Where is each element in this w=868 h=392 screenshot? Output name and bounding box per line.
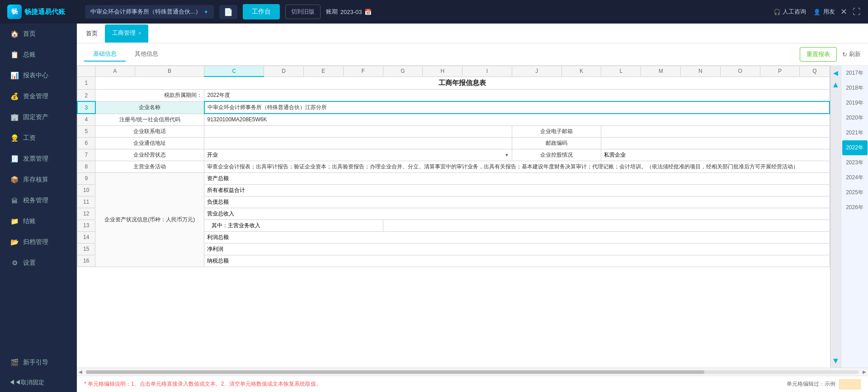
sidebar-item-assets[interactable]: 🏢 固定资产	[0, 107, 77, 128]
sidebar-label-guide: 新手引导	[23, 359, 48, 367]
support-button[interactable]: 🎧 人工咨询	[774, 8, 806, 16]
closing-icon: 📁	[10, 217, 19, 225]
cell-edited-label: 单元格编辑过：示例	[787, 380, 835, 388]
sidebar-item-invoice[interactable]: 🧾 发票管理	[0, 148, 77, 169]
company-dropdown-arrow: ▼	[204, 10, 208, 14]
sidebar-label-finance: 资金管理	[23, 92, 48, 100]
user-avatar-icon: 👤	[813, 9, 821, 15]
scroll-thumb-h[interactable]	[86, 370, 704, 374]
scroll-up-arrow[interactable]: ◀	[833, 69, 838, 76]
year-2026[interactable]: 2026年	[842, 200, 868, 215]
col-p[interactable]: P	[760, 66, 800, 77]
assets-icon: 🏢	[10, 113, 19, 121]
col-q[interactable]: Q	[800, 66, 830, 77]
table-row: 8 主营业务活动 审查企业会计报表；出具审计报告；验证企业资本；出具验资报告；办…	[77, 161, 830, 172]
company-selector[interactable]: 中审众环会计师事务所（特殊普通合伙...） ▼	[85, 5, 214, 19]
col-f[interactable]: F	[343, 66, 383, 77]
reset-report-button[interactable]: 重置报表	[800, 47, 837, 62]
col-a[interactable]: A	[95, 66, 135, 77]
col-h[interactable]: H	[423, 66, 462, 77]
sidebar-item-home[interactable]: 🏠 首页	[0, 24, 77, 44]
table-row: 6 企业通信地址 邮政编码	[77, 137, 830, 149]
calendar-icon[interactable]: 📅	[364, 9, 372, 15]
top-header: 畅 畅捷通易代账 中审众环会计师事务所（特殊普通合伙...） ▼ 📄 工作台 切…	[0, 0, 868, 24]
status-bar: * 单元格编辑说明：1、点击单元格直接录入数值或文本。2、清空单元格数值或文本恢…	[77, 376, 868, 392]
spreadsheet-wrapper: A B C D E F G H I J K L M	[77, 66, 868, 368]
col-c[interactable]: C	[204, 66, 264, 77]
close-window-button[interactable]: ✕	[840, 7, 847, 17]
dropdown-arrow-status: ▼	[505, 153, 509, 158]
col-j[interactable]: J	[512, 66, 561, 77]
sidebar-item-reports[interactable]: 📊 报表中心	[0, 65, 77, 86]
settings-icon: ⚙	[10, 259, 19, 267]
old-version-button[interactable]: 切到旧版	[285, 5, 321, 19]
support-label: 人工咨询	[783, 8, 806, 16]
refresh-button[interactable]: ↻ 刷新	[842, 50, 861, 58]
col-m[interactable]: M	[641, 66, 681, 77]
scroll-top-arrow[interactable]: ▲	[832, 80, 840, 90]
sidebar-item-ledger[interactable]: 📋 总账	[0, 44, 77, 65]
maximize-window-button[interactable]: ⛶	[853, 7, 861, 17]
year-2021[interactable]: 2021年	[842, 125, 868, 140]
scroll-left-arrow[interactable]: ◀	[77, 369, 84, 374]
scroll-right-arrow[interactable]: ▶	[861, 369, 868, 374]
horizontal-scrollbar[interactable]: ◀ ▶	[77, 368, 868, 376]
ledger-icon: 📋	[10, 51, 19, 59]
sidebar-item-settings[interactable]: ⚙ 设置	[0, 253, 77, 273]
table-row: 3 企业名称 中审众环会计师事务所（特殊普通合伙）江苏分所	[77, 101, 830, 114]
year-2018[interactable]: 2018年	[842, 81, 868, 96]
year-2022[interactable]: 2022年	[842, 140, 868, 155]
panel-arrows: ◀ ▲ ▼	[830, 66, 841, 368]
subtab-basic[interactable]: 基础信息	[84, 47, 126, 62]
col-d[interactable]: D	[264, 66, 304, 77]
col-n[interactable]: N	[681, 66, 721, 77]
col-k[interactable]: K	[561, 66, 601, 77]
logo-area: 畅 畅捷通易代账	[7, 5, 80, 19]
tab-home[interactable]: 首页	[80, 25, 103, 42]
tab-commerce[interactable]: 工商管理 ×	[105, 24, 148, 43]
document-button[interactable]: 📄	[219, 5, 237, 19]
status-hint: * 单元格编辑说明：1、点击单元格直接录入数值或文本。2、清空单元格数值或文本恢…	[84, 380, 321, 388]
year-2023[interactable]: 2023年	[842, 155, 868, 170]
sidebar-label-home: 首页	[23, 30, 36, 38]
title-cell[interactable]: 工商年报信息表	[95, 76, 830, 90]
period-area: 账期 2023-03 📅	[326, 8, 372, 16]
sidebar-item-archive[interactable]: 📂 归档管理	[0, 232, 77, 253]
sidebar-item-finance[interactable]: 💰 资金管理	[0, 86, 77, 107]
content-area: 首页 工商管理 × 基础信息 其他信息 重置报表 ↻ 刷新	[77, 24, 868, 392]
user-area[interactable]: 👤 用友	[813, 8, 835, 16]
col-o[interactable]: O	[720, 66, 760, 77]
year-2017[interactable]: 2017年	[842, 66, 868, 81]
col-e[interactable]: E	[303, 66, 343, 77]
sidebar-item-salary[interactable]: 👷 工资	[0, 128, 77, 148]
sample-cell	[839, 379, 861, 389]
col-b[interactable]: B	[135, 66, 204, 77]
sidebar-pin-button[interactable]: ◀◀取消固定	[0, 373, 77, 392]
company-name: 中审众环会计师事务所（特殊普通合伙...）	[90, 8, 201, 16]
tab-close-button[interactable]: ×	[138, 30, 141, 36]
year-2024[interactable]: 2024年	[842, 170, 868, 185]
sidebar-label-inventory: 库存核算	[23, 176, 48, 184]
table-row: 1 工商年报信息表	[77, 76, 830, 90]
year-2020[interactable]: 2020年	[842, 110, 868, 125]
col-i[interactable]: I	[462, 66, 512, 77]
sidebar-item-guide[interactable]: 🎬 新手引导	[0, 352, 77, 373]
sidebar-item-inventory[interactable]: 📦 库存核算	[0, 169, 77, 190]
workbench-button[interactable]: 工作台	[243, 4, 280, 19]
tab-label-commerce: 工商管理	[112, 29, 136, 37]
headset-icon: 🎧	[774, 9, 781, 15]
col-g[interactable]: G	[383, 66, 423, 77]
spreadsheet-area[interactable]: A B C D E F G H I J K L M	[77, 66, 830, 368]
year-2019[interactable]: 2019年	[842, 96, 868, 110]
year-2025[interactable]: 2025年	[842, 185, 868, 200]
sidebar-item-tax[interactable]: 🏛 税务管理	[0, 190, 77, 211]
scroll-track-h[interactable]	[86, 370, 859, 374]
sidebar-label-reports: 报表中心	[23, 72, 48, 80]
main-layout: 🏠 首页 📋 总账 📊 报表中心 💰 资金管理 🏢 固定资产 👷 工资 🧾 发票…	[0, 24, 868, 392]
scroll-bottom-arrow[interactable]: ▼	[832, 356, 840, 366]
subtab-other[interactable]: 其他信息	[126, 47, 167, 62]
col-l[interactable]: L	[601, 66, 641, 77]
status-right: 单元格编辑过：示例	[787, 379, 861, 389]
sidebar-item-closing[interactable]: 📁 结账	[0, 211, 77, 232]
window-controls: ✕ ⛶	[840, 7, 861, 17]
